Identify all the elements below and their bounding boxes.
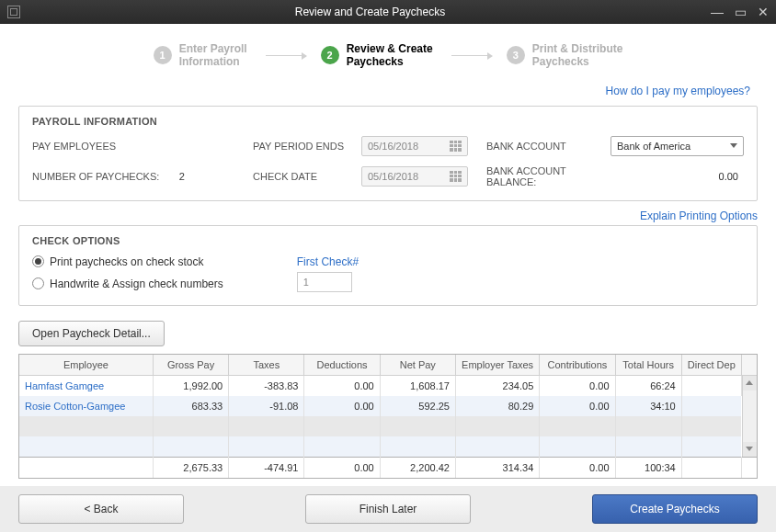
cell-dd: [681, 375, 741, 396]
finish-later-button[interactable]: Finish Later: [305, 494, 471, 524]
radio-label: Handwrite & Assign check numbers: [50, 277, 223, 290]
check-date-field[interactable]: 05/16/2018: [361, 166, 468, 187]
step-number: 2: [321, 46, 339, 64]
cell-emptaxes: 234.05: [455, 375, 539, 396]
wizard-step-1: 1 Enter PayrollInformation: [154, 42, 247, 69]
open-paycheck-detail-button[interactable]: Open Paycheck Detail...: [18, 321, 165, 346]
total-deductions: 0.00: [304, 457, 380, 478]
grid-header-row: Employee Gross Pay Taxes Deductions Net …: [19, 355, 757, 376]
cell-dd: [681, 396, 741, 416]
col-taxes[interactable]: Taxes: [229, 355, 304, 376]
radio-handwrite[interactable]: Handwrite & Assign check numbers: [32, 277, 223, 290]
step-label: Print & DistributePaychecks: [532, 42, 623, 69]
step-number: 3: [507, 46, 525, 64]
cell-gross: 683.33: [153, 396, 228, 416]
bank-account-label: BANK ACCOUNT: [486, 141, 611, 152]
balance-value: 0.00: [611, 171, 744, 182]
radio-label: Print paychecks on check stock: [50, 255, 203, 268]
payroll-info-panel: PAYROLL INFORMATION PAY EMPLOYEES PAY PE…: [18, 106, 758, 201]
arrow-icon: [266, 55, 302, 56]
cell-hours: 34:10: [615, 396, 681, 416]
explain-printing-link[interactable]: Explain Printing Options: [640, 209, 758, 222]
help-link[interactable]: How do I pay my employees?: [606, 85, 750, 97]
scroll-up-icon[interactable]: [743, 376, 757, 391]
first-check-label: First Check#: [297, 255, 359, 268]
cell-taxes: -91.08: [229, 396, 304, 416]
radio-icon: [32, 277, 44, 289]
radio-print-stock[interactable]: Print paychecks on check stock: [32, 255, 223, 268]
cell-emptaxes: 80.29: [455, 396, 539, 416]
window-icon: [7, 6, 20, 18]
paycheck-grid: Employee Gross Pay Taxes Deductions Net …: [18, 354, 758, 479]
employee-link[interactable]: Rosie Cotton-Gamgee: [19, 396, 153, 416]
cell-deductions: 0.00: [304, 375, 380, 396]
back-button[interactable]: < Back: [18, 494, 184, 524]
bank-account-select[interactable]: Bank of America: [611, 136, 744, 156]
pay-employees-label: PAY EMPLOYEES: [32, 141, 253, 152]
cell-net: 1,608.17: [380, 375, 455, 396]
scroll-down-icon[interactable]: [743, 442, 757, 457]
cell-taxes: -383.83: [229, 375, 304, 396]
step-label: Review & CreatePaychecks: [347, 42, 433, 69]
step-label: Enter PayrollInformation: [179, 42, 247, 69]
col-contrib[interactable]: Contributions: [540, 355, 615, 376]
date-value: 05/16/2018: [368, 171, 418, 182]
col-employee[interactable]: Employee: [19, 355, 153, 376]
step-number: 1: [154, 46, 172, 64]
close-icon[interactable]: ✕: [758, 5, 769, 19]
arrow-icon: [451, 55, 488, 56]
first-check-input[interactable]: [297, 272, 352, 292]
pay-period-ends-label: PAY PERIOD ENDS: [253, 141, 361, 152]
col-emptaxes[interactable]: Employer Taxes: [455, 355, 539, 376]
check-options-panel: CHECK OPTIONS Print paychecks on check s…: [18, 225, 758, 306]
total-gross: 2,675.33: [153, 457, 228, 478]
wizard-step-2: 2 Review & CreatePaychecks: [321, 42, 433, 69]
cell-contrib: 0.00: [540, 396, 615, 416]
total-taxes: -474.91: [229, 457, 304, 478]
titlebar: Review and Create Paychecks — ▭ ✕: [0, 0, 776, 24]
balance-label: BANK ACCOUNT BALANCE:: [486, 165, 611, 187]
create-paychecks-button[interactable]: Create Paychecks: [592, 494, 758, 524]
total-hours: 100:34: [615, 457, 681, 478]
col-gross[interactable]: Gross Pay: [153, 355, 228, 376]
maximize-icon[interactable]: ▭: [735, 5, 747, 19]
wizard-steps: 1 Enter PayrollInformation 2 Review & Cr…: [0, 24, 776, 78]
panel-title: CHECK OPTIONS: [32, 235, 744, 246]
number-paychecks-value: 2: [179, 171, 185, 182]
calendar-icon[interactable]: [450, 141, 462, 152]
col-netpay[interactable]: Net Pay: [380, 355, 455, 376]
pay-period-ends-field[interactable]: 05/16/2018: [361, 136, 468, 156]
scrollbar[interactable]: [742, 376, 757, 457]
cell-contrib: 0.00: [540, 375, 615, 396]
check-date-label: CHECK DATE: [253, 171, 361, 182]
col-deductions[interactable]: Deductions: [304, 355, 380, 376]
footer-bar: < Back Finish Later Create Paychecks: [0, 486, 776, 532]
col-directdep[interactable]: Direct Dep: [681, 355, 741, 376]
cell-net: 592.25: [380, 396, 455, 416]
total-contrib: 0.00: [540, 457, 615, 478]
total-dd: [681, 457, 741, 478]
date-value: 05/16/2018: [368, 141, 418, 152]
employee-link[interactable]: Hamfast Gamgee: [19, 375, 153, 396]
table-row-empty: [19, 416, 757, 436]
chevron-down-icon: [730, 143, 737, 148]
col-hours[interactable]: Total Hours: [615, 355, 681, 376]
wizard-step-3: 3 Print & DistributePaychecks: [507, 42, 623, 69]
select-value: Bank of America: [617, 141, 690, 152]
check-options-radio-group: Print paychecks on check stock Handwrite…: [32, 255, 223, 290]
minimize-icon[interactable]: —: [711, 5, 724, 19]
number-paychecks-label: NUMBER OF PAYCHECKS: 2: [32, 171, 253, 182]
cell-hours: 66:24: [615, 375, 681, 396]
table-row-empty: [19, 436, 757, 457]
total-net: 2,200.42: [380, 457, 455, 478]
totals-row: 2,675.33 -474.91 0.00 2,200.42 314.34 0.…: [19, 457, 757, 478]
table-row[interactable]: Hamfast Gamgee 1,992.00 -383.83 0.00 1,6…: [19, 375, 757, 396]
calendar-icon[interactable]: [450, 171, 462, 182]
table-row[interactable]: Rosie Cotton-Gamgee 683.33 -91.08 0.00 5…: [19, 396, 757, 416]
window-title: Review and Create Paychecks: [29, 6, 711, 18]
radio-icon: [32, 255, 44, 267]
cell-deductions: 0.00: [304, 396, 380, 416]
cell-gross: 1,992.00: [153, 375, 228, 396]
panel-title: PAYROLL INFORMATION: [32, 116, 744, 127]
total-emptaxes: 314.34: [455, 457, 539, 478]
